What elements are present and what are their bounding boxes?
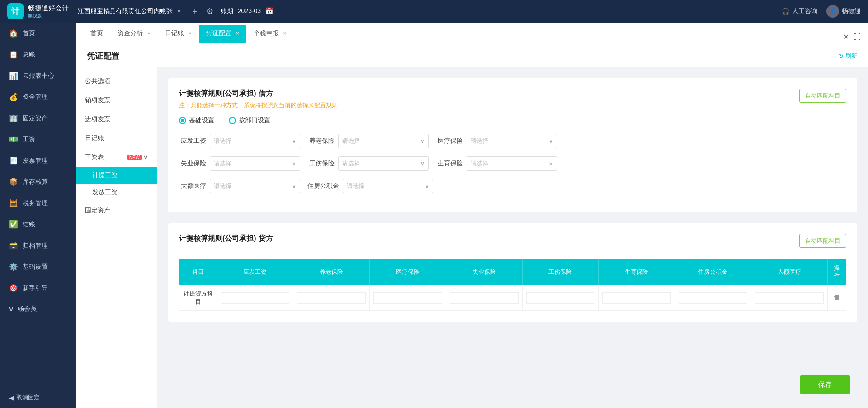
select-zhufang[interactable]: 请选择 ∨ [343,179,433,193]
sidebar-item-settings[interactable]: ⚙️ 基础设置 [0,256,76,277]
sidebar-item-invoice[interactable]: 🧾 发票管理 [0,150,76,171]
left-nav-salary-table[interactable]: 工资表 NEW ∨ [76,148,157,167]
archive-icon: 🗃️ [9,241,18,250]
sidebar-item-vip[interactable]: V 畅会员 [0,299,76,319]
tab-tax-label: 个税申报 [254,29,279,37]
header-actions: ＋ ⚙ [191,6,213,17]
form-row-2: 失业保险 请选择 ∨ 工伤保险 请选择 ∨ [179,156,846,171]
select-yiliao-value: 请选择 [471,137,488,145]
report-icon: 📊 [9,71,18,80]
select-shiye[interactable]: 请选择 ∨ [210,156,300,171]
input-shiye[interactable] [450,292,519,304]
sidebar-item-guide[interactable]: 🎯 新手引导 [0,277,76,299]
settings-nav-icon: ⚙️ [9,263,18,271]
tab-journal[interactable]: 日记账 × [158,25,199,43]
select-yanglao[interactable]: 请选择 ∨ [338,134,429,148]
tab-voucher-label: 凭证配置 [206,29,231,37]
auto-match-credit-btn[interactable]: 自动匹配科目 [799,234,846,248]
page-title-bar: 凭证配置 ↻ 刷新 [76,43,868,67]
chevron-down-icon2: ∨ [420,138,425,144]
calendar-icon[interactable]: 📅 [265,7,273,14]
settings-icon[interactable]: ⚙ [206,6,213,16]
table-row: 计提贷方科目 🗑 [179,285,846,311]
tab-funds-close[interactable]: × [147,30,151,37]
left-nav-purchase-invoice[interactable]: 进项发票 [76,110,157,129]
left-nav-compute-salary[interactable]: 计提工资 [76,167,157,184]
auto-match-debit-btn[interactable]: 自动匹配科目 [799,89,846,103]
radio-basic[interactable]: 基础设置 [179,117,214,125]
tab-journal-close[interactable]: × [189,30,192,37]
cell-yingfa [217,285,293,311]
nav-label-vip: 畅会员 [18,305,37,313]
sidebar-item-inventory[interactable]: 📦 库存核算 [0,171,76,192]
tab-funds[interactable]: 资金分析 × [110,25,158,43]
sidebar-item-archive[interactable]: 🗃️ 归档管理 [0,235,76,256]
section2-title: 计提核算规则(公司承担)-贷方 [179,234,273,244]
guide-icon: 🎯 [9,284,18,292]
left-nav-pay-salary[interactable]: 发放工资 [76,184,157,201]
ai-consult[interactable]: 🎧 人工咨询 [782,7,817,15]
left-nav-public[interactable]: 公共选项 [76,72,157,91]
tax-icon: 🧮 [9,199,18,207]
radio-dept[interactable]: 按部门设置 [229,117,270,125]
nav-label-close: 结账 [23,220,35,229]
tab-close-window-icon[interactable]: ✕ [843,33,849,41]
select-yanglao-value: 请选择 [342,137,360,145]
company-selector[interactable]: 江西服宝精品有限责任公司内账张 ▼ [78,7,182,15]
nav-label-home: 首页 [23,29,35,38]
cancel-fixed-btn[interactable]: ◀ 取消固定 [0,387,76,408]
tab-tax[interactable]: 个税申报 × [246,25,294,43]
add-icon[interactable]: ＋ [191,6,199,17]
home-icon: 🏠 [9,29,18,38]
tab-tax-close[interactable]: × [283,30,287,37]
sidebar-item-salary[interactable]: 💵 工资 [0,129,76,150]
field-gongshang: 工伤保险 请选择 ∨ [307,156,429,171]
delete-row-btn[interactable]: 🗑 [833,294,840,301]
input-shengyu[interactable] [602,292,671,304]
tab-home[interactable]: 首页 [83,25,110,43]
sidebar-item-report[interactable]: 📊 云报表中心 [0,65,76,86]
input-yingfa[interactable] [221,292,289,304]
select-shengyu[interactable]: 请选择 ∨ [467,156,557,171]
sidebar-item-home[interactable]: 🏠 首页 [0,23,76,44]
select-daeyiliao[interactable]: 请选择 ∨ [210,179,300,193]
vip-icon: V [9,305,13,313]
field-yingfa: 应发工资 请选择 ∨ [179,134,300,148]
label-yiliao: 医疗保险 [436,137,463,145]
input-yiliao[interactable] [373,292,442,304]
radio-basic-label: 基础设置 [189,117,214,125]
save-button[interactable]: 保存 [800,375,850,394]
input-yanglao[interactable] [297,292,366,304]
page-body: 公共选项 销项发票 进项发票 日记账 工资表 NEW ∨ [76,67,868,408]
content-area: 首页 资金分析 × 日记账 × 凭证配置 × 个税申报 × ✕ ⛶ [76,23,868,408]
input-gongshang[interactable] [526,292,595,304]
select-yiliao[interactable]: 请选择 ∨ [467,134,557,148]
left-nav-journal[interactable]: 日记账 [76,129,157,148]
left-nav-sales-invoice[interactable]: 销项发票 [76,91,157,110]
select-zhufang-value: 请选择 [347,182,364,190]
avatar: 👤 [826,5,839,18]
sidebar-item-assets[interactable]: 🏢 固定资产 [0,108,76,129]
cell-gongshang [522,285,599,311]
field-shengyu: 生育保险 请选择 ∨ [436,156,557,171]
input-daeyiliao[interactable] [755,292,824,304]
input-zhufang[interactable] [679,292,747,304]
select-gongshang[interactable]: 请选择 ∨ [338,156,429,171]
tab-voucher[interactable]: 凭证配置 × [199,25,246,43]
tab-voucher-close[interactable]: × [236,30,239,37]
salary-icon: 💵 [9,135,18,144]
left-nav: 公共选项 销项发票 进项发票 日记账 工资表 NEW ∨ [76,67,157,408]
period-display: 账期 2023-03 📅 [221,7,273,15]
refresh-btn[interactable]: ↻ 刷新 [839,52,857,60]
sidebar-item-close[interactable]: ✅ 结账 [0,214,76,235]
headset-icon: 🎧 [782,8,789,15]
left-nav-fixed-assets[interactable]: 固定资产 [76,201,157,220]
select-yingfa[interactable]: 请选择 ∨ [210,134,300,148]
select-gongshang-value: 请选择 [342,159,360,168]
close-period-icon: ✅ [9,220,18,229]
sidebar-item-tax[interactable]: 🧮 税务管理 [0,192,76,214]
user-menu[interactable]: 👤 畅捷通 [826,5,861,18]
tab-expand-icon[interactable]: ⛶ [854,33,861,41]
sidebar-item-ledger[interactable]: 📋 总账 [0,44,76,65]
sidebar-item-funds[interactable]: 💰 资金管理 [0,86,76,108]
